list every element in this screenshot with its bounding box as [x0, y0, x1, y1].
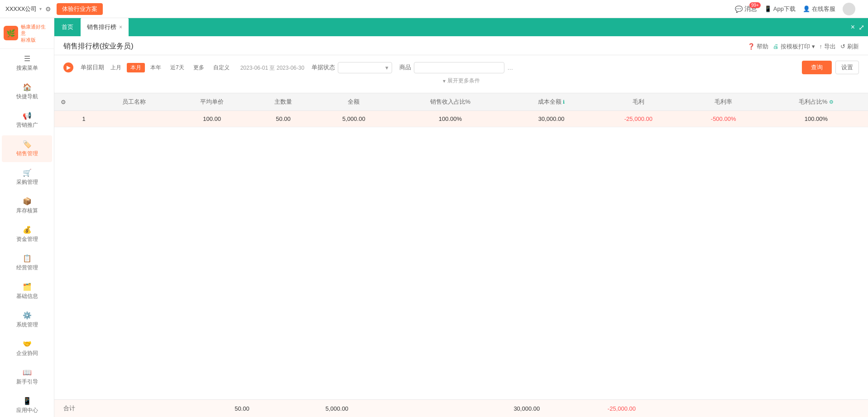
sidebar-item-basic[interactable]: 🗂️ 基础信息: [2, 278, 52, 305]
cell-sales-pct: 100.00%: [392, 111, 508, 127]
sidebar: 🌿 畅康通好生意 标准版 ☰ 搜索菜单 🏠 快捷导航 📢 营销推广 🏷️ 销售管…: [0, 18, 54, 417]
sidebar-label-shortcut: 快捷导航: [16, 93, 38, 101]
sidebar-item-sales[interactable]: 🏷️ 销售管理: [2, 135, 52, 162]
query-button[interactable]: 查询: [802, 61, 832, 74]
tab-bar-right: × ⤢: [851, 23, 868, 32]
apps-icon: 📱: [23, 397, 32, 405]
app-download-btn[interactable]: 📱 App下载: [764, 5, 796, 13]
cell-avg-price: 100.00: [173, 111, 251, 127]
col-name: 员工名称: [95, 93, 173, 111]
content-area: 首页 销售排行榜 × × ⤢ 销售排行榜(按业务员) ❓ 帮助: [54, 18, 868, 417]
data-table: ⚙ 员工名称 平均单价 主数量 全额 销售收入占比% 成本全额 ℹ 毛利 毛利率…: [54, 93, 868, 127]
date-opt-current-year[interactable]: 本年: [147, 63, 165, 72]
date-opt-7days[interactable]: 近7天: [167, 63, 188, 72]
footer-label: 合计: [63, 404, 100, 412]
footer-qty: 50.00: [195, 405, 290, 412]
company-selector[interactable]: XXXXX公司 ▾: [5, 5, 42, 13]
footer-values: 50.00 5,000.00 30,000.00 -25,000.00: [100, 405, 859, 412]
sidebar-label-marketing: 营销推广: [16, 121, 38, 129]
app-download-label: App下载: [773, 5, 796, 13]
col-sales-pct: 销售收入占比%: [392, 93, 508, 111]
inventory-icon: 📦: [23, 197, 32, 206]
expand-icon: ▾: [443, 78, 446, 84]
sidebar-label-finance: 资金管理: [16, 235, 38, 243]
sidebar-item-guide[interactable]: 📖 新手引导: [2, 364, 52, 390]
print-button[interactable]: 🖨 按模板打印 ▾: [773, 43, 815, 51]
export-button[interactable]: ↑ 导出: [820, 43, 836, 51]
col-settings[interactable]: ⚙: [54, 93, 72, 111]
cell-gross: -25,000.00: [594, 111, 682, 127]
sidebar-label-collab: 企业协同: [16, 350, 38, 357]
cell-rank: 1: [72, 111, 95, 127]
window-close-icon[interactable]: ×: [851, 23, 855, 31]
cell-margin: -500.00%: [682, 111, 764, 127]
sidebar-label-guide: 新手引导: [16, 378, 38, 386]
help-button[interactable]: ❓ 帮助: [748, 43, 768, 51]
top-right-actions: 💬 消息 99+ 📱 App下载 👤 在线客服: [735, 3, 863, 15]
online-service-btn[interactable]: 👤 在线客服: [803, 5, 835, 13]
tab-sales-rank[interactable]: 销售排行榜 ×: [81, 18, 129, 36]
message-icon[interactable]: 💬 消息 99+: [735, 5, 757, 13]
goods-more-icon[interactable]: …: [507, 64, 513, 71]
sidebar-label-search: 搜索菜单: [16, 64, 38, 72]
tab-home-label: 首页: [62, 23, 73, 31]
status-select-wrapper: [338, 62, 392, 73]
table-area: ⚙ 员工名称 平均单价 主数量 全额 销售收入占比% 成本全额 ℹ 毛利 毛利率…: [54, 93, 868, 399]
sidebar-label-apps: 应用中心: [16, 407, 38, 414]
sidebar-item-marketing[interactable]: 📢 营销推广: [2, 107, 52, 134]
footer-margin: [669, 405, 764, 412]
page-header: 销售排行榜(按业务员) ❓ 帮助 🖨 按模板打印 ▾ ↑ 导出: [54, 36, 868, 55]
sidebar-label-inventory: 库存核算: [16, 207, 38, 215]
refresh-button[interactable]: ↺ 刷新: [840, 43, 859, 51]
toggle-filter-btn[interactable]: ▶: [63, 62, 73, 72]
footer-gross: -25,000.00: [574, 405, 669, 412]
col-avg-price: 平均单价: [173, 93, 251, 111]
footer-amount: 5,000.00: [289, 405, 384, 412]
settings-icon[interactable]: ⚙: [45, 5, 51, 13]
logo-icon: 🌿: [4, 26, 18, 40]
sidebar-item-operation[interactable]: 📋 经营管理: [2, 249, 52, 276]
basic-icon: 🗂️: [23, 283, 32, 291]
col-amount: 全额: [316, 93, 392, 111]
footer-avg-price: [100, 405, 195, 412]
tab-home[interactable]: 首页: [54, 18, 81, 36]
search-menu-icon: ☰: [24, 54, 30, 63]
tab-active-label: 销售排行榜: [87, 23, 116, 31]
date-opt-custom[interactable]: 自定义: [210, 63, 233, 72]
operation-icon: 📋: [23, 254, 32, 263]
company-name: XXXXX公司: [5, 5, 37, 13]
cell-qty: 50.00: [251, 111, 316, 127]
expand-conditions-bar[interactable]: ▾ 展开更多条件: [63, 74, 859, 87]
sidebar-item-shortcut[interactable]: 🏠 快捷导航: [2, 78, 52, 105]
cell-amount: 5,000.00: [316, 111, 392, 127]
date-opt-prev-month[interactable]: 上月: [107, 63, 125, 72]
status-select[interactable]: [338, 62, 392, 73]
sidebar-label-system: 系统管理: [16, 321, 38, 329]
filter-right-actions: 查询 设置: [802, 61, 859, 74]
goods-filter-label: 商品: [399, 63, 411, 72]
avatar[interactable]: [843, 3, 855, 15]
sidebar-label-basic: 基础信息: [16, 292, 38, 300]
sidebar-logo: 🌿 畅康通好生意 标准版: [0, 18, 54, 49]
top-header: XXXXX公司 ▾ ⚙ 体验行业方案 💬 消息 99+ 📱 App下载 👤 在线…: [0, 0, 868, 18]
sidebar-item-collab[interactable]: 🤝 企业协同: [2, 335, 52, 362]
refresh-icon: ↺: [840, 43, 845, 50]
tab-bar: 首页 销售排行榜 × × ⤢: [54, 18, 868, 36]
date-opt-current-month[interactable]: 本月: [127, 63, 145, 72]
print-chevron-icon: ▾: [812, 43, 815, 50]
window-expand-icon[interactable]: ⤢: [858, 23, 864, 32]
sidebar-item-apps[interactable]: 📱 应用中心: [2, 392, 52, 417]
sidebar-item-purchase[interactable]: 🛒 采购管理: [2, 164, 52, 191]
date-opt-more[interactable]: 更多: [190, 63, 208, 72]
filter-row: ▶ 单据日期 上月 本月 本年 近7天 更多 自定义: [63, 61, 859, 74]
cell-name: [95, 111, 173, 127]
sidebar-item-inventory[interactable]: 📦 库存核算: [2, 192, 52, 219]
date-range-display: 2023-06-01 至 2023-06-30: [240, 63, 304, 72]
sidebar-item-finance[interactable]: 💰 资金管理: [2, 221, 52, 248]
filter-settings-button[interactable]: 设置: [835, 61, 859, 74]
goods-input[interactable]: [414, 62, 504, 73]
sidebar-item-system[interactable]: ⚙️ 系统管理: [2, 307, 52, 333]
sidebar-item-search[interactable]: ☰ 搜索菜单: [2, 50, 52, 77]
tab-close-icon[interactable]: ×: [119, 24, 122, 30]
trial-button[interactable]: 体验行业方案: [57, 3, 103, 15]
